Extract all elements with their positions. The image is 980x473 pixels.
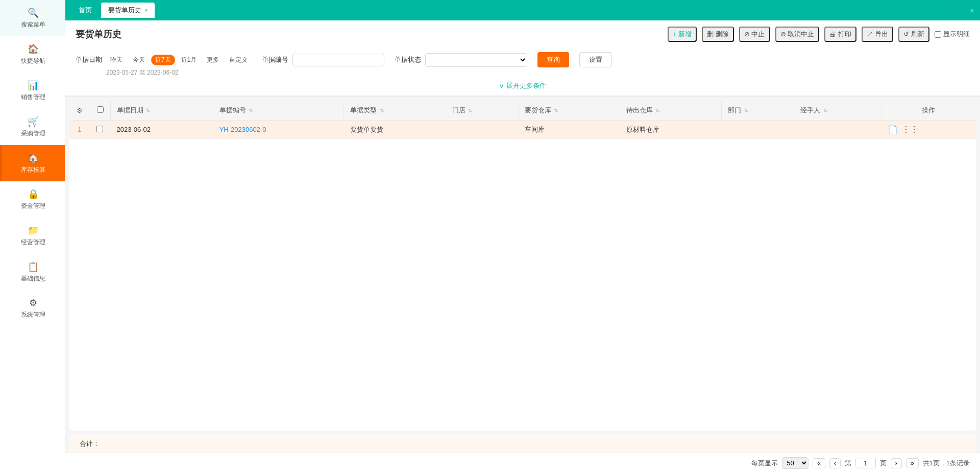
content-area: 要货单历史 + 新增 删 删除 ⊘ 中止 ⊘ 取消中止 🖨 打印 ↗ 导出 ↺ … xyxy=(65,20,980,473)
sort-icon: ⇅ xyxy=(554,108,558,113)
row-store xyxy=(446,121,518,139)
first-page-btn[interactable]: « xyxy=(813,458,825,468)
col-doc-date[interactable]: 单据日期 ⇅ xyxy=(110,101,213,121)
shortcut-more[interactable]: 更多 xyxy=(203,55,223,65)
page-header: 要货单历史 + 新增 删 删除 ⊘ 中止 ⊘ 取消中止 🖨 打印 ↗ 导出 ↺ … xyxy=(65,20,980,97)
sidebar-item-label: 基础信息 xyxy=(21,274,45,283)
table-row: 1 2023-06-02 YH-20230602-0 要货单要货 车间库 原材料… xyxy=(69,121,976,139)
gear-icon: ⚙ xyxy=(29,297,37,309)
doc-number-link[interactable]: YH-20230602-0 xyxy=(219,126,266,133)
col-doc-type[interactable]: 单据类型 ⇅ xyxy=(344,101,446,121)
doc-number-label: 单据编号 xyxy=(262,55,288,64)
sidebar-item-sales[interactable]: 📊 销售管理 xyxy=(0,73,65,109)
query-button[interactable]: 查询 xyxy=(537,52,569,67)
doc-number-input[interactable] xyxy=(292,54,384,66)
display-detail-toggle[interactable]: 显示明细 xyxy=(935,30,970,39)
shortcut-last7days[interactable]: 近7天 xyxy=(151,55,175,65)
home-icon: 🏠 xyxy=(28,43,39,55)
tab-home[interactable]: 首页 xyxy=(71,3,99,18)
chart-icon: 📊 xyxy=(28,80,39,91)
edit-icon[interactable]: 📄 xyxy=(888,125,898,134)
sidebar-item-quick-nav[interactable]: 🏠 快捷导航 xyxy=(0,36,65,73)
sidebar-item-label: 快捷导航 xyxy=(21,57,45,65)
close-btn[interactable]: × xyxy=(970,7,974,14)
last-page-btn[interactable]: » xyxy=(906,458,919,468)
shortcut-last-month[interactable]: 近1月 xyxy=(177,55,201,65)
prev-page-btn[interactable]: ‹ xyxy=(829,458,841,468)
row-checkbox-cell xyxy=(90,121,110,139)
page-number-input[interactable] xyxy=(855,458,876,468)
page-label: 第 xyxy=(845,459,851,468)
print-button[interactable]: 🖨 打印 xyxy=(824,27,856,42)
tab-requisition-history[interactable]: 要货单历史 × xyxy=(101,3,155,18)
col-req-warehouse[interactable]: 要货仓库 ⇅ xyxy=(518,101,620,121)
sidebar-item-inventory[interactable]: 🏠 库存核算 xyxy=(0,145,65,181)
sidebar-item-basic-info[interactable]: 📋 基础信息 xyxy=(0,254,65,290)
page-title-row: 要货单历史 + 新增 删 删除 ⊘ 中止 ⊘ 取消中止 🖨 打印 ↗ 导出 ↺ … xyxy=(76,27,970,42)
row-handler xyxy=(794,121,881,139)
row-doc-number: YH-20230602-0 xyxy=(213,121,344,139)
sidebar: 🔍 搜索菜单 🏠 快捷导航 📊 销售管理 🛒 采购管理 🏠 库存核算 🔒 资金管… xyxy=(0,0,65,473)
shortcut-today[interactable]: 今天 xyxy=(129,55,149,65)
sort-icon: ⇅ xyxy=(468,108,472,113)
col-handler[interactable]: 经手人 ⇅ xyxy=(794,101,881,121)
row-number: 1 xyxy=(69,121,90,139)
pagination: 每页显示 50 20 100 « ‹ 第 页 › » 共1页，1条记录 xyxy=(65,453,980,473)
more-icon[interactable]: ⋮⋮ xyxy=(902,125,918,134)
col-department[interactable]: 部门 ⇅ xyxy=(722,101,794,121)
col-settings[interactable]: ⚙ xyxy=(69,101,90,121)
next-page-btn[interactable]: › xyxy=(891,458,902,468)
toolbar: + 新增 删 删除 ⊘ 中止 ⊘ 取消中止 🖨 打印 ↗ 导出 ↺ 刷新 显示明… xyxy=(668,27,970,42)
filter-row: 单据日期 昨天 今天 近7天 近1月 更多 自定义 单据编号 xyxy=(76,52,970,67)
sidebar-item-finance[interactable]: 🔒 资金管理 xyxy=(0,181,65,218)
row-checkbox[interactable] xyxy=(96,126,103,132)
sidebar-item-search-menu[interactable]: 🔍 搜索菜单 xyxy=(0,0,65,36)
row-doc-date: 2023-06-02 xyxy=(110,121,213,139)
sidebar-item-system[interactable]: ⚙ 系统管理 xyxy=(0,290,65,326)
minimize-btn[interactable]: — xyxy=(958,7,965,14)
display-detail-checkbox[interactable] xyxy=(935,31,941,38)
expand-more-btn[interactable]: ∨ 展开更多条件 xyxy=(76,81,970,90)
display-detail-label: 显示明细 xyxy=(943,30,970,39)
sort-icon: ⇅ xyxy=(380,108,384,113)
per-page-select[interactable]: 50 20 100 xyxy=(782,457,808,469)
sidebar-item-label: 经营管理 xyxy=(21,238,45,247)
stop-button[interactable]: ⊘ 中止 xyxy=(739,27,770,42)
sidebar-item-label: 资金管理 xyxy=(21,202,45,210)
date-filter-group: 单据日期 昨天 今天 近7天 近1月 更多 自定义 xyxy=(76,55,252,65)
sidebar-item-label: 销售管理 xyxy=(21,93,45,102)
doc-status-filter-group: 单据状态 xyxy=(395,53,527,67)
sidebar-item-label: 采购管理 xyxy=(21,129,45,138)
date-filter-label: 单据日期 xyxy=(76,55,102,64)
shortcut-custom[interactable]: 自定义 xyxy=(225,55,252,65)
sidebar-item-operations[interactable]: 📁 经营管理 xyxy=(0,218,65,254)
sidebar-item-purchase[interactable]: 🛒 采购管理 xyxy=(0,109,65,145)
sidebar-item-label: 库存核算 xyxy=(21,165,45,174)
col-pending-warehouse[interactable]: 待出仓库 ⇅ xyxy=(620,101,721,121)
row-doc-type: 要货单要货 xyxy=(344,121,446,139)
setting-button[interactable]: 设置 xyxy=(579,52,612,67)
footer-total-label: 合计： xyxy=(80,439,100,448)
inventory-icon: 🏠 xyxy=(28,152,39,163)
date-shortcuts: 昨天 今天 近7天 近1月 更多 自定义 xyxy=(106,55,252,65)
doc-status-select[interactable] xyxy=(425,53,527,67)
refresh-button[interactable]: ↺ 刷新 xyxy=(898,27,929,42)
shortcut-yesterday[interactable]: 昨天 xyxy=(106,55,127,65)
cart-icon: 🛒 xyxy=(28,116,39,127)
filter-area: 单据日期 昨天 今天 近7天 近1月 更多 自定义 单据编号 xyxy=(65,47,980,96)
sidebar-item-label: 系统管理 xyxy=(21,311,45,319)
tab-close-icon[interactable]: × xyxy=(144,7,148,13)
cancel-stop-button[interactable]: ⊘ 取消中止 xyxy=(775,27,820,42)
date-range-display: 2023-05-27 至 2023-06-02 xyxy=(106,68,970,77)
sort-icon: ⇅ xyxy=(249,108,253,113)
new-button[interactable]: + 新增 xyxy=(668,27,697,42)
table-footer: 合计： xyxy=(69,435,976,453)
col-doc-number[interactable]: 单据编号 ⇅ xyxy=(213,101,344,121)
export-button[interactable]: ↗ 导出 xyxy=(862,27,894,42)
col-store[interactable]: 门店 ⇅ xyxy=(446,101,518,121)
col-actions: 操作 xyxy=(881,101,976,121)
delete-button[interactable]: 删 删除 xyxy=(702,27,734,42)
select-all-checkbox[interactable] xyxy=(97,106,104,113)
sort-icon: ⇅ xyxy=(146,108,150,113)
settings-icon[interactable]: ⚙ xyxy=(77,107,83,114)
